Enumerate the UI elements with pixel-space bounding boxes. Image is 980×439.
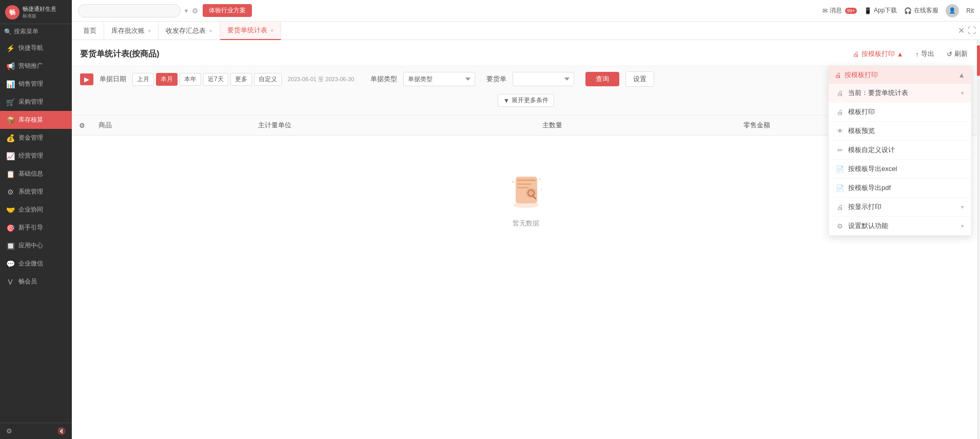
tab-receipts-summary[interactable]: 收发存汇总表 × (159, 22, 220, 40)
topbar-chevron-icon[interactable]: ▾ (185, 7, 188, 14)
export-icon: ↑ (916, 50, 919, 58)
refresh-button[interactable]: ↺ 刷新 (943, 47, 972, 61)
tab-order-stats[interactable]: 要货单统计表 × (220, 22, 281, 40)
topbar-right: ✉ 消息 99+ 📱 App下载 🎧 在线客服 👤 Rit (822, 4, 974, 17)
tab-close-all-button[interactable]: ✕ (958, 26, 965, 35)
operations-icon: 📈 (6, 152, 14, 160)
tab-batch-account-close[interactable]: × (148, 28, 151, 34)
query-button[interactable]: 查询 (585, 72, 619, 86)
dropdown-export-excel[interactable]: 📄 按模板导出excel (829, 160, 971, 179)
settings-icon[interactable]: ⚙ (6, 427, 12, 435)
app-download-group[interactable]: 📱 App下载 (864, 6, 897, 15)
dropdown-template-preview[interactable]: 👁 模板预览 (829, 122, 971, 141)
sidebar-item-system[interactable]: ⚙ 系统管理 (0, 183, 72, 201)
collab-icon: 🤝 (6, 206, 14, 214)
tab-maximize-button[interactable]: ⛶ (968, 26, 976, 35)
empty-icon (503, 166, 549, 213)
svg-point-10 (541, 189, 542, 190)
tab-order-stats-close[interactable]: × (270, 27, 273, 33)
print-dropdown: 🖨 按模板打印 ▲ 🖨 当前：要货单统计表 ▾ 🖨 模板打印 (828, 66, 972, 236)
col-quantity: 主数量 (536, 116, 737, 136)
dropdown-current-item[interactable]: 🖨 当前：要货单统计表 ▾ (829, 84, 971, 103)
user-avatar[interactable]: 👤 (946, 4, 959, 17)
sidebar-item-operations[interactable]: 📈 经营管理 (0, 147, 72, 165)
tab-batch-account[interactable]: 库存批次账 × (104, 22, 159, 40)
sidebar: 畅 畅捷通好生意 标准版 🔍 搜索菜单 ⚡ 快捷导航 📢 营销推广 📊 销售管理… (0, 0, 72, 439)
dropdown-print-icon: 🖨 (835, 71, 841, 79)
col-unit: 主计量单位 (252, 116, 536, 136)
sidebar-item-app-center[interactable]: 🔲 应用中心 (0, 237, 72, 255)
sidebar-item-collab[interactable]: 🤝 企业协同 (0, 201, 72, 219)
corp-wechat-icon: 💬 (6, 260, 14, 268)
design-icon: ✏ (836, 146, 844, 154)
date-btn-this-month[interactable]: 本月 (156, 73, 178, 86)
svg-point-8 (512, 181, 514, 183)
basic-icon: 📋 (6, 170, 14, 178)
empty-text: 暂无数据 (513, 219, 539, 228)
app-center-icon: 🔲 (6, 242, 14, 250)
dropdown-export-pdf[interactable]: 📄 按模板导出pdf (829, 179, 971, 198)
quick-nav-icon: ⚡ (6, 44, 14, 52)
sidebar-item-inventory[interactable]: 📦 库存核算 (0, 111, 72, 129)
sidebar-item-vip[interactable]: V 畅会员 (0, 273, 72, 291)
content-area: 要货单统计表(按商品) 🖨 按模板打印 ▲ ↑ 导出 ↺ 刷新 (72, 40, 980, 439)
export-button[interactable]: ↑ 导出 (912, 47, 939, 61)
sidebar-search-item[interactable]: 🔍 搜索菜单 (0, 24, 72, 39)
svg-rect-4 (517, 187, 528, 188)
tab-receipts-summary-close[interactable]: × (209, 28, 212, 34)
goods-select-container (513, 72, 574, 86)
topbar-search-input[interactable] (78, 4, 181, 17)
mute-icon[interactable]: 🔇 (57, 427, 66, 435)
sidebar-item-basic[interactable]: 📋 基础信息 (0, 165, 72, 183)
scrollbar-thumb[interactable] (977, 45, 980, 76)
settings-button[interactable]: 设置 (625, 71, 654, 87)
sidebar-item-quick-nav[interactable]: ⚡ 快捷导航 (0, 39, 72, 57)
sidebar-item-finance[interactable]: 💰 资金管理 (0, 129, 72, 147)
guide-icon: 🎯 (6, 224, 14, 232)
system-icon: ⚙ (6, 188, 14, 196)
dropdown-display-print[interactable]: 🖨 按显示打印 ▾ (829, 198, 971, 217)
app-logo-text: 畅捷通好生意 标准版 (23, 5, 56, 20)
date-btn-last-month[interactable]: 上月 (132, 73, 154, 86)
topbar-gear-icon[interactable]: ⚙ (192, 7, 199, 15)
current-print-icon: 🖨 (836, 89, 844, 97)
goods-select[interactable] (513, 72, 574, 86)
dropdown-title: 🖨 按模板打印 (835, 70, 878, 80)
filter-expand-collapse[interactable]: ▶ (80, 73, 93, 85)
online-service-group[interactable]: 🎧 在线客服 (904, 6, 938, 15)
tabbar: 首页 库存批次账 × 收发存汇总表 × 要货单统计表 × ✕ ⛶ (72, 22, 980, 40)
dropdown-template-design[interactable]: ✏ 模板自定义设计 (829, 141, 971, 160)
inventory-icon: 📦 (6, 116, 14, 124)
col-settings[interactable]: ⚙ (72, 116, 92, 136)
messages-group[interactable]: ✉ 消息 99+ (822, 6, 857, 15)
sidebar-item-guide[interactable]: 🎯 新手引导 (0, 219, 72, 237)
sidebar-item-sales[interactable]: 📊 销售管理 (0, 75, 72, 93)
trial-button[interactable]: 体验行业方案 (203, 4, 252, 17)
goods-category-label: 要货单 (486, 74, 506, 84)
date-btn-custom[interactable]: 自定义 (254, 73, 282, 86)
finance-icon: 💰 (6, 134, 14, 142)
sidebar-item-purchase[interactable]: 🛒 采购管理 (0, 93, 72, 111)
date-btn-7-days[interactable]: 近7天 (203, 73, 228, 86)
app-logo-icon: 畅 (5, 5, 19, 20)
bill-type-select[interactable]: 单据类型 要货单 (403, 72, 475, 86)
expand-more-button[interactable]: ▼ 展开更多条件 (498, 94, 554, 107)
page-title: 要货单统计表(按商品) (80, 49, 160, 60)
pdf-icon: 📄 (836, 184, 844, 192)
messages-badge: 99+ (845, 8, 857, 14)
purchase-icon: 🛒 (6, 98, 14, 106)
template-print-button[interactable]: 🖨 按模板打印 ▲ (849, 47, 908, 61)
sidebar-logo: 畅 畅捷通好生意 标准版 (0, 0, 72, 24)
preview-icon: 👁 (836, 127, 844, 135)
dropdown-template-print[interactable]: 🖨 模板打印 (829, 103, 971, 122)
main-area: ▾ ⚙ 体验行业方案 ✉ 消息 99+ 📱 App下载 🎧 在线客服 👤 Rit (72, 0, 980, 439)
sidebar-item-marketing[interactable]: 📢 营销推广 (0, 57, 72, 75)
svg-rect-3 (517, 183, 532, 185)
sidebar-item-corp-wechat[interactable]: 💬 企业微信 (0, 255, 72, 273)
page-container: 要货单统计表(按商品) 🖨 按模板打印 ▲ ↑ 导出 ↺ 刷新 (72, 40, 980, 439)
dropdown-set-default[interactable]: ⚙ 设置默认功能 ▾ (829, 217, 971, 236)
date-btn-this-year[interactable]: 本年 (180, 73, 201, 86)
date-btn-more[interactable]: 更多 (230, 73, 252, 86)
dropdown-close-icon[interactable]: ▲ (958, 71, 965, 79)
tab-home[interactable]: 首页 (76, 22, 104, 40)
